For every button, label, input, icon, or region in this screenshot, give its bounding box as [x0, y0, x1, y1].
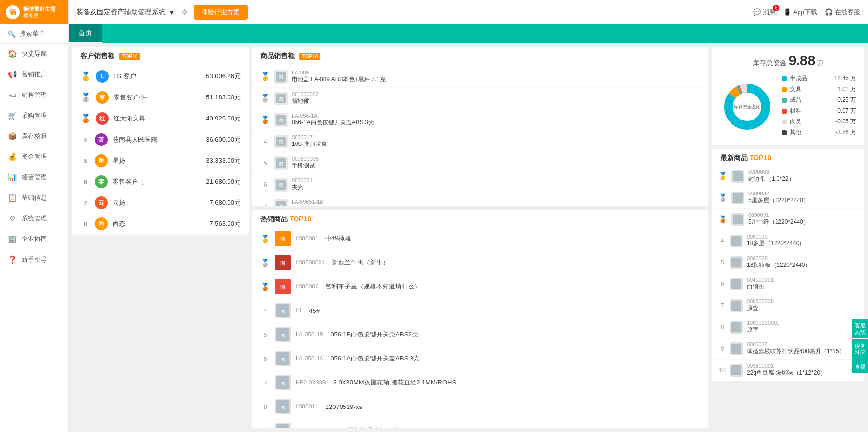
sidebar-item-sales[interactable]: 🏷 销售管理	[0, 85, 68, 105]
new-product-image	[730, 278, 743, 290]
sidebar-item-quick-nav[interactable]: 🏠 快捷导航	[0, 44, 68, 64]
svg-text:图: 图	[281, 309, 285, 314]
hot-product-code: 0000002	[296, 283, 319, 290]
inventory-amount: 9.88	[789, 53, 816, 68]
app-version: 标准版	[23, 12, 56, 19]
hot-product-name: 12070519-xs	[325, 403, 362, 410]
hot-product-item: 9 图 KK-SD22110H 花语萌恒温分罐罐袋（厚款）	[252, 419, 708, 428]
hot-product-image-placeholder: 图	[275, 351, 291, 366]
nav-label: 快捷导航	[22, 49, 47, 58]
sidebar-item-operations[interactable]: 📊 经营管理	[0, 167, 68, 188]
new-product-item: 🥈 0000032 5厘多层（1220*2440）	[712, 187, 864, 209]
rank-number: 9	[718, 345, 726, 352]
donut-label: 库存资金占比	[734, 104, 760, 110]
rank-number: 7	[260, 202, 270, 206]
customer-name: 星扬	[113, 156, 201, 165]
new-product-image	[731, 192, 744, 204]
top-right: 💬 消息 6 📱 App下载 🎧 在线客服	[753, 8, 860, 17]
hot-product-name: 056-1B白色按键开关壳ABS2壳	[330, 330, 418, 339]
hot-products-list: 🥇 图 0000001 中华神雕 🥈 图 000500001 新西兰牛肉（新牛）…	[252, 227, 708, 428]
hot-product-item: 6 图 LA-056-1A 056-1A白色按键开关盖ABS 3壳	[252, 347, 708, 371]
svg-rect-44	[731, 301, 741, 311]
sidebar-item-company[interactable]: 🏢 企业协同	[0, 229, 68, 249]
hot-product-image-placeholder: 图	[275, 327, 291, 342]
service-community-btn[interactable]: 服务社区	[852, 339, 868, 360]
hot-product-code: 000500001	[296, 259, 325, 266]
inventory-chart-area: 库存资金占比 半成品 12.45 万 文具 1.01 万 成品 0.25 万 材…	[720, 74, 856, 139]
system-selector[interactable]: 装备及固定资产辅助管理系统 ▼	[76, 8, 175, 17]
nav-label: 资金管理	[22, 152, 47, 161]
finance-icon: 💰	[8, 152, 17, 161]
sidebar-item-basics[interactable]: 📋 基础信息	[0, 188, 68, 208]
main-area: 装备及固定资产辅助管理系统 ▼ ⚙ 体验行业方案 💬 消息 6 📱 App下载 …	[69, 0, 868, 432]
hot-product-name: 056-1A白色按键开关盖ABS 3壳	[330, 354, 420, 363]
hot-product-image-placeholder: 图	[275, 399, 291, 414]
rank-number: 6	[260, 181, 270, 188]
phone-icon: 📱	[783, 8, 791, 16]
customer-name: 尚态	[113, 219, 205, 228]
service-live-btn[interactable]: 直播	[852, 360, 868, 373]
customer-avatar: 红	[96, 112, 109, 125]
sidebar-item-guide[interactable]: ❓ 新手引导	[0, 249, 68, 270]
new-products-card: 最新商品 TOP10 🥇 0000033 封边带（1.0*22） 🥈 00000…	[712, 149, 864, 381]
new-product-info: 004100001 白钢垫	[747, 277, 858, 291]
svg-text:图: 图	[280, 261, 285, 266]
new-product-image	[730, 256, 743, 269]
product-image: 图	[274, 70, 288, 84]
svg-rect-39	[733, 193, 743, 203]
product-sales-item: 7 图 LA-59651-1B 59651-1B旋转投影灯电池盒ABS黑色+58…	[252, 195, 708, 206]
customer-amount: 7,680.00元	[209, 198, 241, 207]
product-image: 图	[274, 135, 288, 148]
left-panel: 客户销售额 TOP10 🥇 L LS 客户 53,006.26元 🥈 零 零售客…	[72, 47, 249, 428]
new-product-info: 0000030 18多层（1220*2440）	[747, 234, 858, 248]
new-product-code: 0000028	[747, 341, 858, 347]
mid-panel: 商品销售额 TOP10 🥇 图 LA-089 电池盖 LA-089 ABS本色+…	[252, 47, 708, 428]
new-product-image	[730, 364, 743, 377]
sidebar-item-purchase[interactable]: 🛒 采购管理	[0, 105, 68, 126]
settings-icon[interactable]: ⚙	[181, 7, 188, 17]
svg-text:图: 图	[279, 183, 283, 188]
customer-name: 云扬	[113, 198, 205, 207]
product-name: 10S 变扭罗浆	[292, 140, 701, 148]
hot-product-image-placeholder: 图	[275, 303, 291, 318]
message-button[interactable]: 💬 消息 6	[753, 8, 776, 17]
inventory-legend: 半成品 12.45 万 文具 1.01 万 成品 0.25 万 材料 0.07 …	[782, 74, 856, 139]
sidebar-item-marketing[interactable]: 📢 营销推广	[0, 64, 68, 85]
operations-icon: 📊	[8, 173, 17, 182]
svg-rect-40	[733, 215, 743, 224]
inventory-chart-label: 库存资金占比	[734, 104, 760, 110]
try-button[interactable]: 体验行业方案	[194, 5, 248, 20]
hot-product-item: 7 图 NB2.0X30B 2.0X30MM双搓花轴,搓花直径2.1MM/ROH…	[252, 371, 708, 395]
new-product-image	[730, 235, 743, 247]
sidebar-item-system[interactable]: ⚙ 系统管理	[0, 208, 68, 229]
online-service-button[interactable]: 🎧 在线客服	[825, 8, 860, 17]
sidebar: 畅 畅捷通好生意 标准版 🔍 搜索菜单 🏠 快捷导航 📢 营销推广 🏷 销售管理…	[0, 0, 69, 432]
rank-medal-gold: 🥇	[260, 72, 270, 81]
inventory-section: 库存总资金 9.88 万	[712, 47, 864, 145]
customer-amount: 21,680.00元	[206, 177, 241, 186]
product-code: 000800005	[292, 156, 701, 162]
floating-service: 客服热线 服务社区 直播	[852, 319, 868, 373]
app-download-button[interactable]: 📱 App下载	[783, 8, 817, 17]
svg-text:图: 图	[279, 75, 283, 80]
svg-rect-46	[731, 344, 741, 354]
new-product-info: 0000028 体婚嘉枝味苏打饮品400毫升（1*15）	[747, 341, 858, 356]
new-product-image	[731, 170, 744, 183]
sidebar-item-finance[interactable]: 💰 资金管理	[0, 146, 68, 167]
search-menu[interactable]: 🔍 搜索菜单	[0, 24, 68, 44]
customer-rank-item: 🥉 红 红太阳文具 40,925.00元	[72, 108, 249, 129]
product-sales-header: 商品销售额 TOP10	[252, 47, 708, 66]
hot-product-code: LA-056-1B	[296, 331, 323, 338]
rank-number: 10	[718, 367, 726, 374]
inventory-unit: 万	[817, 59, 824, 67]
new-product-code: 0000030	[747, 234, 858, 240]
guide-icon: ❓	[8, 255, 17, 264]
new-product-item: 7 000800008 原查	[712, 295, 864, 316]
sidebar-item-inventory[interactable]: 📦 库存核算	[0, 126, 68, 146]
hot-products-badge: TOP10	[290, 215, 311, 223]
product-sales-item: 5 图 000800005 手机测试	[252, 152, 708, 174]
tab-home[interactable]: 首页	[69, 24, 102, 43]
service-hotline-btn[interactable]: 客服热线	[852, 319, 868, 339]
legend-item: 文具 1.01 万	[782, 85, 856, 94]
new-product-name: 体婚嘉枝味苏打饮品400毫升（1*15）	[747, 347, 858, 356]
